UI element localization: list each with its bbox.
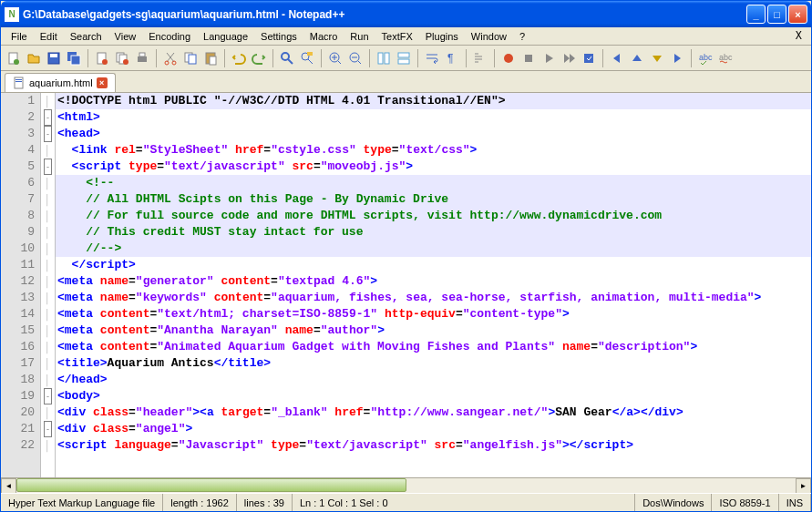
titlebar[interactable]: N G:\Database\gadgets-sg\aquarium\aquari… bbox=[1, 1, 811, 27]
save-icon[interactable] bbox=[45, 49, 63, 67]
triangle-left-icon[interactable] bbox=[608, 49, 626, 67]
editor[interactable]: 12345678910111213141516171819202122 │--│… bbox=[1, 93, 811, 477]
window-title: G:\Database\gadgets-sg\aquarium\aquarium… bbox=[23, 8, 746, 21]
save-all-icon[interactable] bbox=[65, 49, 83, 67]
menu-encoding[interactable]: Encoding bbox=[142, 29, 197, 44]
app-window: N G:\Database\gadgets-sg\aquarium\aquari… bbox=[0, 0, 812, 512]
close-file-icon[interactable] bbox=[93, 49, 111, 67]
tab-aquarium[interactable]: aquarium.html × bbox=[5, 73, 116, 92]
svg-point-1 bbox=[14, 59, 19, 65]
menu-run[interactable]: Run bbox=[344, 29, 375, 44]
zoom-in-icon[interactable] bbox=[326, 49, 344, 67]
fold-column: │--│-│││││││││││││-│-│ bbox=[41, 93, 56, 477]
svg-point-10 bbox=[123, 59, 128, 65]
horizontal-scrollbar[interactable]: ◄ ► bbox=[1, 477, 811, 493]
wrap-icon[interactable] bbox=[423, 49, 441, 67]
replace-icon[interactable] bbox=[298, 49, 316, 67]
fold-toggle[interactable]: - bbox=[44, 388, 52, 404]
sync-v-icon[interactable] bbox=[375, 49, 393, 67]
code-area[interactable]: <!DOCTYPE html PUBLIC "-//W3C//DTD HTML … bbox=[56, 93, 811, 477]
tab-close-icon[interactable]: × bbox=[97, 77, 108, 88]
svg-rect-24 bbox=[378, 53, 383, 64]
close-all-icon[interactable] bbox=[113, 49, 131, 67]
triangle-right-icon[interactable] bbox=[668, 49, 686, 67]
find-icon[interactable] bbox=[278, 49, 296, 67]
cut-icon[interactable] bbox=[161, 49, 180, 67]
stop-macro-icon[interactable] bbox=[519, 49, 538, 67]
save-macro-icon[interactable] bbox=[580, 49, 598, 67]
fold-toggle[interactable]: - bbox=[44, 159, 52, 175]
menubar: File Edit Search View Encoding Language … bbox=[1, 27, 811, 46]
svg-text:¶: ¶ bbox=[447, 52, 453, 65]
fold-toggle[interactable]: - bbox=[44, 109, 52, 126]
svg-rect-18 bbox=[210, 56, 216, 65]
menu-textfx[interactable]: TextFX bbox=[375, 29, 419, 44]
record-macro-icon[interactable] bbox=[499, 49, 518, 67]
play-macro-icon[interactable] bbox=[540, 49, 558, 67]
menu-window[interactable]: Window bbox=[465, 29, 513, 44]
menu-view[interactable]: View bbox=[108, 29, 143, 44]
svg-rect-3 bbox=[50, 54, 57, 57]
svg-rect-26 bbox=[398, 53, 409, 57]
close-button[interactable]: × bbox=[788, 5, 807, 24]
triangle-down-icon[interactable] bbox=[648, 49, 666, 67]
svg-rect-25 bbox=[385, 53, 389, 64]
svg-rect-31 bbox=[584, 54, 593, 63]
svg-rect-11 bbox=[138, 56, 147, 62]
scroll-left-button[interactable]: ◄ bbox=[1, 478, 16, 494]
svg-rect-27 bbox=[398, 59, 409, 64]
svg-text:abc: abc bbox=[719, 53, 733, 62]
spellcheck2-icon[interactable]: abc bbox=[716, 49, 735, 67]
svg-text:abc: abc bbox=[699, 53, 713, 62]
indent-guide-icon[interactable] bbox=[471, 49, 489, 67]
svg-rect-12 bbox=[139, 53, 145, 56]
window-controls: _ □ × bbox=[746, 5, 807, 24]
menu-edit[interactable]: Edit bbox=[34, 29, 64, 44]
status-insert-mode: INS bbox=[779, 494, 811, 511]
show-chars-icon[interactable]: ¶ bbox=[443, 49, 461, 67]
play-multi-icon[interactable] bbox=[560, 49, 578, 67]
document-close-button[interactable]: X bbox=[790, 30, 807, 43]
tabbar: aquarium.html × bbox=[1, 71, 811, 93]
open-file-icon[interactable] bbox=[25, 49, 43, 67]
svg-rect-30 bbox=[525, 55, 532, 62]
svg-rect-34 bbox=[15, 77, 23, 88]
file-icon bbox=[13, 77, 26, 89]
svg-rect-35 bbox=[15, 79, 22, 80]
tab-label: aquarium.html bbox=[29, 77, 93, 88]
svg-rect-21 bbox=[307, 52, 313, 56]
status-position: Ln : 1 Col : 1 Sel : 0 bbox=[293, 494, 635, 511]
status-eol: Dos\Windows bbox=[635, 494, 712, 511]
menu-file[interactable]: File bbox=[5, 29, 34, 44]
scroll-track[interactable] bbox=[16, 478, 796, 493]
triangle-up-icon[interactable] bbox=[628, 49, 646, 67]
svg-rect-16 bbox=[189, 55, 196, 64]
menu-settings[interactable]: Settings bbox=[254, 29, 303, 44]
print-icon[interactable] bbox=[133, 49, 151, 67]
sync-h-icon[interactable] bbox=[395, 49, 413, 67]
new-file-icon[interactable] bbox=[5, 49, 23, 67]
undo-icon[interactable] bbox=[230, 49, 248, 67]
status-language: Hyper Text Markup Language file bbox=[1, 494, 163, 511]
status-length: length : 1962 bbox=[163, 494, 237, 511]
paste-icon[interactable] bbox=[201, 49, 220, 67]
scroll-thumb[interactable] bbox=[16, 478, 406, 492]
redo-icon[interactable] bbox=[250, 49, 268, 67]
svg-point-7 bbox=[102, 59, 108, 65]
menu-help[interactable]: ? bbox=[513, 29, 531, 44]
maximize-button[interactable]: □ bbox=[767, 5, 786, 24]
line-number-gutter: 12345678910111213141516171819202122 bbox=[1, 93, 41, 477]
menu-macro[interactable]: Macro bbox=[303, 29, 344, 44]
fold-toggle[interactable]: - bbox=[44, 126, 52, 142]
svg-rect-5 bbox=[71, 56, 80, 65]
zoom-out-icon[interactable] bbox=[346, 49, 365, 67]
minimize-button[interactable]: _ bbox=[746, 5, 766, 24]
copy-icon[interactable] bbox=[181, 49, 200, 67]
menu-plugins[interactable]: Plugins bbox=[419, 29, 465, 44]
spellcheck-icon[interactable]: abc bbox=[696, 49, 714, 67]
menu-language[interactable]: Language bbox=[197, 29, 254, 44]
fold-toggle[interactable]: - bbox=[44, 421, 52, 437]
svg-rect-36 bbox=[15, 81, 22, 82]
menu-search[interactable]: Search bbox=[64, 29, 108, 44]
scroll-right-button[interactable]: ► bbox=[796, 478, 811, 494]
